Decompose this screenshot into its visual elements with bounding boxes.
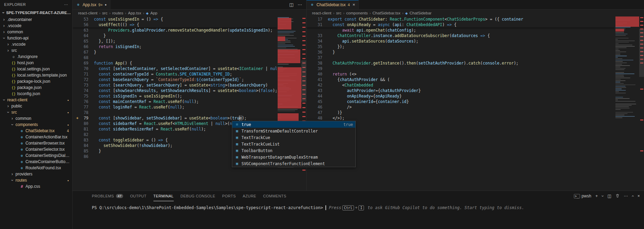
- line-number[interactable]: 37: [307, 55, 328, 60]
- line-number[interactable]: 82: [73, 132, 94, 137]
- folder-common[interactable]: ›common: [0, 29, 72, 35]
- code-line[interactable]: 66 return isSignedIn;: [73, 44, 306, 49]
- line-number[interactable]: 74: [73, 88, 94, 93]
- line-number[interactable]: 84: [73, 143, 94, 148]
- code-line[interactable]: 17export const ChatSidebar: React.Functi…: [307, 16, 644, 22]
- close-panel-icon[interactable]: ×: [637, 194, 640, 198]
- line-number[interactable]: 71: [73, 71, 94, 77]
- file-routenotfound-tsx[interactable]: ⊛RouteNotFound.tsx: [0, 165, 72, 171]
- code-line[interactable]: 31 const onApiReady = async (api: ChatEm…: [307, 22, 644, 27]
- code-line[interactable]: 34 api.setDataSources(dataSources);: [307, 38, 644, 44]
- suggest-item-true[interactable]: ≡truetrue: [232, 121, 355, 128]
- suggest-item-texttrackcuelist[interactable]: ▣TextTrackCueList: [232, 141, 355, 147]
- line-number[interactable]: 56: [73, 22, 94, 27]
- code-line[interactable]: 47 )}: [307, 110, 644, 115]
- line-number[interactable]: 76: [73, 99, 94, 104]
- line-number[interactable]: 66: [73, 44, 94, 49]
- breadcrumb-item-chatsidebar-tsx[interactable]: ChatSidebar.tsx: [373, 11, 400, 15]
- new-terminal-button[interactable]: +: [595, 194, 598, 198]
- code-line[interactable]: 63 Providers.globalProvider.removeStateC…: [73, 27, 306, 33]
- folder-function-api[interactable]: ›function-api: [0, 35, 72, 41]
- line-number[interactable]: 72: [73, 77, 94, 82]
- workspace-section-header[interactable]: › SPE-TYPESCRIPT-REACT-AZUREFUNCTION: [0, 9, 72, 16]
- breadcrumb-item-components[interactable]: components: [346, 11, 368, 15]
- code-line[interactable]: 76 const mainContentRef = React.useRef(n…: [73, 99, 306, 104]
- line-number[interactable]: 79: [73, 115, 94, 121]
- line-number[interactable]: 33: [307, 33, 328, 38]
- breadcrumb-item-src[interactable]: src: [102, 11, 107, 15]
- file-package-json[interactable]: {}package.json: [0, 84, 72, 91]
- line-number[interactable]: 17: [307, 16, 328, 22]
- line-number[interactable]: 69: [73, 60, 94, 66]
- terminal-dropdown-icon[interactable]: ›: [600, 195, 605, 197]
- line-number[interactable]: 75: [73, 93, 94, 99]
- file-containeractionbar-tsx[interactable]: ⊛ContainerActionBar.tsx: [0, 134, 72, 140]
- code-line[interactable]: 53const useIsSignedIn = () => {: [73, 16, 306, 22]
- copilot-sparkle-icon[interactable]: [76, 117, 79, 119]
- line-number[interactable]: 43: [307, 88, 328, 93]
- code-line[interactable]: 73 const [searchQuery, setSearchQuery] =…: [73, 82, 306, 88]
- line-number[interactable]: 70: [73, 66, 94, 71]
- line-number[interactable]: 64: [73, 33, 94, 38]
- line-number[interactable]: 39: [307, 66, 328, 71]
- code-line[interactable]: 77 const loginRef = React.useRef(null);: [73, 104, 306, 110]
- panel-tab-output[interactable]: OUTPUT: [130, 191, 147, 201]
- file-tsconfig-json[interactable]: {}tsconfig.json: [0, 91, 72, 97]
- split-editor-icon[interactable]: ◫: [289, 2, 293, 7]
- more-actions-icon[interactable]: ⋯: [298, 2, 302, 7]
- folder-providers[interactable]: ›providers: [0, 171, 72, 177]
- folder-devcontainer[interactable]: ›.devcontainer: [0, 16, 72, 23]
- line-number[interactable]: [307, 27, 328, 33]
- suggest-item-webtransportdatagramduplexstream[interactable]: ▣WebTransportDatagramDuplexStream: [232, 154, 355, 160]
- file-app-css[interactable]: #App.css: [0, 183, 72, 190]
- code-line[interactable]: 70 const [selectedContainer, setSelected…: [73, 66, 306, 71]
- folder-common[interactable]: ›common: [0, 115, 72, 122]
- folder-src[interactable]: ›src●: [0, 109, 72, 115]
- line-number[interactable]: 42: [307, 82, 328, 88]
- line-number[interactable]: 40: [307, 71, 328, 77]
- explorer-more-actions-icon[interactable]: ⋯: [64, 2, 68, 7]
- file-package-lock-json[interactable]: {}package-lock.json: [0, 78, 72, 84]
- code-line[interactable]: 79 const [showSidebar, setShowSidebar] =…: [73, 115, 306, 121]
- line-number[interactable]: 73: [73, 82, 94, 88]
- line-number[interactable]: 48: [307, 115, 328, 121]
- line-number[interactable]: 35: [307, 44, 328, 49]
- suggest-item-svgcomponenttransferfunctionelement[interactable]: ▣SVGComponentTransferFunctionElement: [232, 160, 355, 167]
- minimap[interactable]: [614, 16, 639, 191]
- line-number[interactable]: 67: [73, 49, 94, 55]
- terminal-instance-item[interactable]: >_ pwsh: [574, 194, 591, 198]
- code-line[interactable]: 41 {chatAuthProvider && (: [307, 77, 644, 82]
- code-line[interactable]: 56 useEffect(() => {: [73, 22, 306, 27]
- code-line[interactable]: 68: [73, 55, 306, 60]
- code-line[interactable]: 37: [307, 55, 644, 60]
- line-number[interactable]: 83: [73, 137, 94, 143]
- line-number[interactable]: 85: [73, 148, 94, 154]
- code-line[interactable]: 42 <ChatEmbedded: [307, 82, 644, 88]
- breadcrumb-item-app-tsx[interactable]: App.tsx: [128, 11, 141, 15]
- breadcrumb-item-chatsidebar[interactable]: ChatSidebar: [410, 11, 432, 15]
- code-line[interactable]: 43 authProvider={chatAuthProvider}: [307, 88, 644, 93]
- code-line[interactable]: 69function App() {: [73, 60, 306, 66]
- code-line[interactable]: 33 ChatController.instance.addDataSource…: [307, 33, 644, 38]
- panel-tab-debug-console[interactable]: DEBUG CONSOLE: [181, 191, 215, 201]
- code-line[interactable]: 48 </>);: [307, 115, 644, 121]
- breadcrumb-item-react-client[interactable]: react-client: [78, 11, 97, 15]
- line-number[interactable]: 63: [73, 27, 94, 33]
- code-line[interactable]: 74 const [showSearchResults, setShowSear…: [73, 88, 306, 93]
- line-number[interactable]: 47: [307, 110, 328, 115]
- code-line[interactable]: await api.openChat(chatConfig);: [307, 27, 644, 33]
- line-number[interactable]: 81: [73, 126, 94, 132]
- line-number[interactable]: 77: [73, 104, 94, 110]
- line-number[interactable]: 53: [73, 16, 94, 22]
- code-line[interactable]: 78: [73, 110, 306, 115]
- code-line[interactable]: 40 return (<>: [307, 71, 644, 77]
- code-line[interactable]: 38 ChatAuthProvider.getInstance().then(s…: [307, 60, 644, 66]
- file-funcignore[interactable]: ⊘.funcignore: [0, 54, 72, 60]
- code-line[interactable]: 39: [307, 66, 644, 71]
- folder-src[interactable]: ›src: [0, 47, 72, 54]
- folder-components[interactable]: ›components●: [0, 122, 72, 128]
- suggest-item-texttrackcue[interactable]: ▣TextTrackCue: [232, 134, 355, 141]
- line-number[interactable]: 46: [307, 104, 328, 110]
- kill-terminal-icon[interactable]: [615, 194, 620, 199]
- line-number[interactable]: 38: [307, 60, 328, 66]
